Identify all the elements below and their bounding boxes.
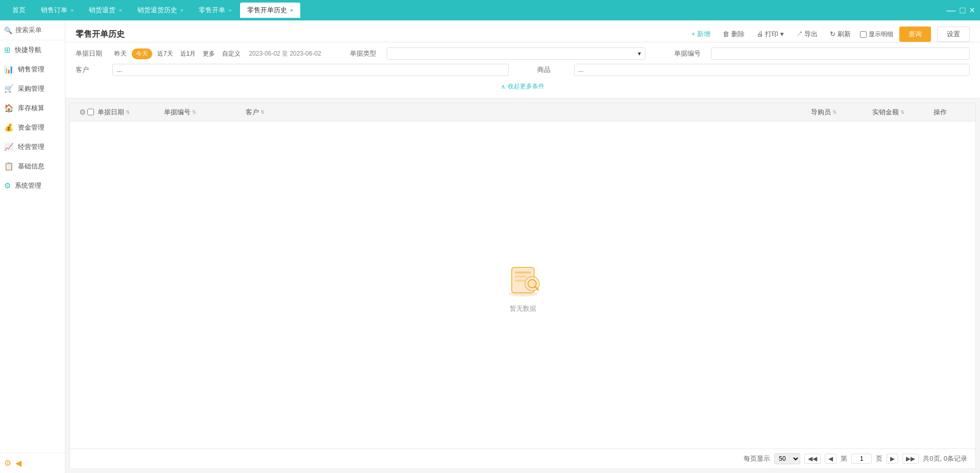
amount-sort-icon[interactable]: ⇅ — [900, 109, 904, 115]
query-button[interactable]: 查询 — [899, 27, 931, 42]
th-amount[interactable]: 实销金额 ⇅ — [868, 108, 929, 117]
column-settings-icon[interactable]: ⚙ — [79, 105, 86, 119]
add-label: + 新增 — [691, 30, 710, 39]
sidebar-item-sales-mgmt[interactable]: 📊 销售管理 — [0, 60, 65, 79]
collapse-sidebar-icon[interactable]: ◀ — [15, 458, 21, 468]
sales-order-label: 销售订单 — [41, 6, 67, 15]
sidebar-search[interactable]: 🔍 搜索采单 — [0, 20, 65, 40]
add-button[interactable]: + 新增 — [688, 28, 713, 41]
settings-bottom-icon[interactable]: ⚙ — [4, 458, 11, 468]
sales-mgmt-label: 销售管理 — [18, 65, 44, 74]
delete-button[interactable]: 🗑 删除 — [720, 28, 748, 41]
sales-return-label: 销货退货 — [89, 6, 115, 15]
table-header: ⚙ 单据日期 ⇅ 单据编号 ⇅ 客户 ⇅ 导购员 ⇅ — [70, 103, 975, 121]
sidebar-item-operations[interactable]: 📈 经营管理 — [0, 137, 65, 157]
per-page-select[interactable]: 50 10 20 100 — [774, 453, 800, 464]
page-label: 第 — [841, 454, 847, 463]
main-layout: 🔍 搜索采单 ⊞ 快捷导航 📊 销售管理 🛒 采购管理 🏠 库存核算 💰 资金管… — [0, 20, 980, 473]
tab-sales-return-history[interactable]: 销货退货历史 × — [130, 3, 190, 18]
close-sales-order[interactable]: × — [70, 7, 74, 13]
sidebar-item-inventory[interactable]: 🏠 库存核算 — [0, 98, 65, 118]
shortcut-custom[interactable]: 自定义 — [220, 48, 243, 59]
close-sales-return[interactable]: × — [118, 7, 122, 13]
date-range-display: 2023-06-02 至 2023-06-02 — [249, 49, 321, 58]
page-number-input[interactable] — [851, 454, 872, 464]
print-label: 🖨 打印 ▾ — [757, 30, 784, 39]
sidebar-item-purchase-mgmt[interactable]: 🛒 采购管理 — [0, 79, 65, 98]
bill-num-input[interactable] — [711, 47, 970, 60]
quick-nav-label: 快捷导航 — [15, 45, 41, 55]
bill-type-select[interactable]: ▾ — [387, 47, 646, 60]
empty-illustration — [503, 257, 543, 298]
th-date[interactable]: 单据日期 ⇅ — [93, 108, 160, 117]
tab-sales-order[interactable]: 销售订单 × — [34, 3, 81, 18]
refresh-label: ↻ 刷新 — [830, 30, 851, 39]
sidebar-item-base-info[interactable]: 📋 基础信息 — [0, 157, 65, 176]
prev-page-btn[interactable]: ◀ — [825, 454, 836, 464]
retail-order-label: 零售开单 — [199, 6, 225, 15]
sidebar-item-finance[interactable]: 💰 资金管理 — [0, 118, 65, 137]
customer-select[interactable]: ... — [112, 64, 509, 76]
svg-rect-2 — [515, 271, 531, 273]
close-retail-order[interactable]: × — [228, 7, 231, 13]
close-retail-history[interactable]: × — [290, 7, 293, 13]
system-label: 系统管理 — [15, 181, 41, 190]
header-actions: + 新增 🗑 删除 🖨 打印 ▾ ↗ 导出 ↻ 刷新 显示明细 — [688, 27, 970, 42]
shortcut-1month[interactable]: 近1月 — [178, 48, 198, 59]
date-sort-icon[interactable]: ⇅ — [126, 109, 130, 115]
customer-value: ... — [117, 66, 122, 73]
tab-retail-history[interactable]: 零售开单历史 × — [240, 3, 300, 18]
refresh-button[interactable]: ↻ 刷新 — [827, 28, 854, 41]
th-num-label: 单据编号 — [164, 108, 190, 117]
goods-select[interactable]: ... — [574, 64, 970, 76]
shortcut-more[interactable]: 更多 — [201, 48, 217, 59]
inventory-icon: 🏠 — [4, 104, 14, 113]
sidebar: 🔍 搜索采单 ⊞ 快捷导航 📊 销售管理 🛒 采购管理 🏠 库存核算 💰 资金管… — [0, 20, 65, 473]
last-page-btn[interactable]: ▶▶ — [902, 454, 919, 464]
more-conditions-label: 收起更多条件 — [508, 82, 544, 91]
empty-state: 暂无数据 — [70, 121, 975, 449]
first-page-btn[interactable]: ◀◀ — [804, 454, 821, 464]
pagination: 每页显示 50 10 20 100 ◀◀ ◀ 第 页 ▶ ▶▶ 共0页, 0条记… — [70, 449, 975, 468]
guide-sort-icon[interactable]: ⇅ — [832, 109, 836, 115]
empty-text: 暂无数据 — [510, 304, 536, 313]
shortcut-7days[interactable]: 近7天 — [155, 48, 175, 59]
export-button[interactable]: ↗ 导出 — [793, 28, 821, 41]
bill-num-label: 单据编号 — [674, 49, 703, 58]
filter-row-2: 客户 ... 商品 ... — [76, 64, 970, 76]
tab-home[interactable]: 首页 — [5, 3, 33, 18]
search-label: 搜索采单 — [15, 26, 42, 35]
maximize-btn[interactable]: □ — [960, 5, 966, 16]
inventory-label: 库存核算 — [18, 104, 44, 113]
th-num[interactable]: 单据编号 ⇅ — [160, 108, 242, 117]
bill-type-label: 单据类型 — [350, 49, 378, 58]
operations-label: 经营管理 — [18, 142, 44, 152]
sidebar-item-system[interactable]: ⚙ 系统管理 — [0, 176, 65, 195]
shortcut-today[interactable]: 今天 — [132, 48, 152, 59]
setting-button[interactable]: 设置 — [937, 27, 970, 42]
svg-rect-4 — [515, 280, 525, 282]
print-button[interactable]: 🖨 打印 ▾ — [754, 28, 787, 41]
bill-type-arrow: ▾ — [638, 50, 641, 57]
next-page-btn[interactable]: ▶ — [887, 454, 898, 464]
sidebar-item-quick-nav[interactable]: ⊞ 快捷导航 — [0, 40, 65, 60]
system-icon: ⚙ — [4, 181, 11, 190]
customer-sort-icon[interactable]: ⇅ — [260, 109, 265, 115]
tab-sales-return[interactable]: 销货退货 × — [82, 3, 129, 18]
filter-area: 单据日期 昨天 今天 近7天 近1月 更多 自定义 2023-06-02 至 2… — [65, 42, 980, 98]
purchase-mgmt-icon: 🛒 — [4, 84, 14, 93]
window-close-btn[interactable]: × — [969, 5, 975, 16]
base-info-label: 基础信息 — [18, 162, 44, 171]
show-detail-checkbox[interactable] — [860, 31, 867, 38]
page-suffix: 页 — [876, 454, 882, 463]
minimize-btn[interactable]: — — [947, 5, 956, 16]
tab-retail-order[interactable]: 零售开单 × — [192, 3, 238, 18]
th-customer[interactable]: 客户 ⇅ — [242, 108, 807, 117]
th-date-label: 单据日期 — [98, 108, 124, 117]
th-guide[interactable]: 导购员 ⇅ — [807, 108, 868, 117]
shortcut-yesterday[interactable]: 昨天 — [112, 48, 129, 59]
more-conditions-toggle[interactable]: ∧ 收起更多条件 — [76, 80, 970, 93]
num-sort-icon[interactable]: ⇅ — [192, 109, 196, 115]
close-sales-return-history[interactable]: × — [180, 7, 183, 13]
purchase-mgmt-label: 采购管理 — [18, 84, 44, 93]
